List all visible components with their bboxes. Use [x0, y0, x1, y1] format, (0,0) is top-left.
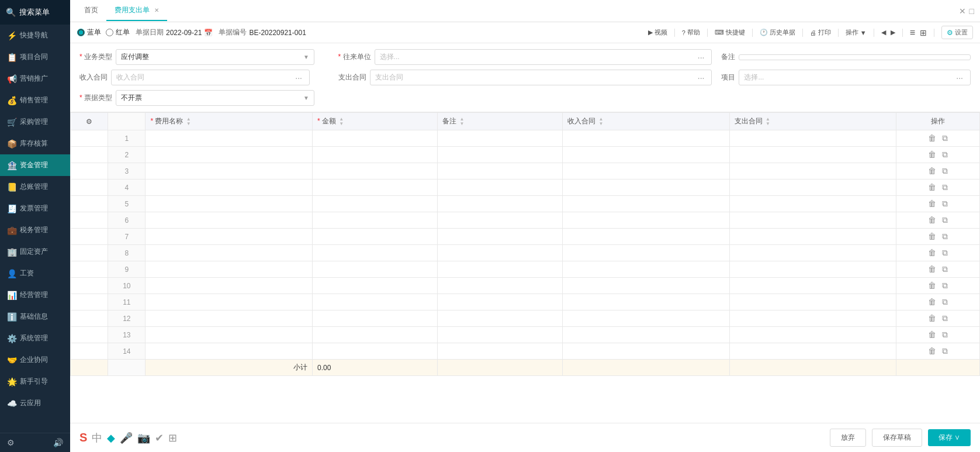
diamond-icon[interactable]: ◆	[107, 432, 115, 444]
note-cell[interactable]	[438, 294, 563, 310]
history-btn[interactable]: 🕐 历史单据	[760, 28, 795, 37]
note-cell[interactable]	[438, 310, 563, 327]
expense-contract-cell[interactable]	[729, 147, 896, 163]
note-cell[interactable]	[438, 212, 563, 229]
expense-contract-cell[interactable]	[729, 196, 896, 212]
amount-cell[interactable]	[312, 196, 437, 212]
amount-cell[interactable]	[312, 180, 437, 196]
sidebar-item-capital[interactable]: 🏦 资金管理	[0, 154, 70, 176]
col-name-header[interactable]: * 费用名称 ▲▼	[146, 113, 313, 130]
expense-name-cell[interactable]	[146, 327, 313, 343]
grid-icon[interactable]: ⊞	[168, 432, 177, 444]
invoice-type-select[interactable]: 不开票 ▼	[116, 90, 314, 106]
sidebar-item-cloud[interactable]: ☁️ 云应用	[0, 392, 70, 414]
amount-cell[interactable]	[312, 343, 437, 360]
expense-contract-cell[interactable]	[729, 245, 896, 261]
amount-cell[interactable]	[312, 229, 437, 245]
copy-row-btn[interactable]: ⧉	[940, 182, 950, 192]
income-contract-cell[interactable]	[563, 130, 730, 147]
sidebar-item-inventory[interactable]: 📦 库存核算	[0, 133, 70, 154]
delete-row-btn[interactable]: 🗑	[926, 264, 938, 274]
nav-next-btn[interactable]: ▶	[891, 29, 895, 36]
microphone-icon[interactable]: 🎤	[120, 432, 133, 444]
sidebar-item-invoice[interactable]: 🧾 发票管理	[0, 198, 70, 219]
amount-cell[interactable]	[312, 163, 437, 180]
delete-row-btn[interactable]: 🗑	[926, 232, 938, 241]
copy-row-btn[interactable]: ⧉	[940, 166, 950, 176]
expense-name-cell[interactable]	[146, 212, 313, 229]
expense-contract-cell[interactable]	[729, 343, 896, 360]
income-contract-cell[interactable]	[563, 212, 730, 229]
expense-name-cell[interactable]	[146, 196, 313, 212]
sidebar-item-guide[interactable]: 🌟 新手引导	[0, 371, 70, 392]
sidebar-item-tax[interactable]: 💼 税务管理	[0, 219, 70, 241]
note-cell[interactable]	[438, 278, 563, 294]
radio-red-input[interactable]	[106, 29, 113, 36]
income-contract-cell[interactable]	[563, 278, 730, 294]
delete-row-btn[interactable]: 🗑	[926, 133, 938, 143]
expense-contract-cell[interactable]	[729, 261, 896, 278]
expense-name-cell[interactable]	[146, 310, 313, 327]
sidebar-item-basic-info[interactable]: ℹ️ 基础信息	[0, 306, 70, 327]
sidebar-item-sys[interactable]: ⚙️ 系统管理	[0, 327, 70, 349]
amount-cell[interactable]	[312, 294, 437, 310]
income-contract-cell[interactable]	[563, 261, 730, 278]
note-cell[interactable]	[438, 245, 563, 261]
sidebar-item-fixed-assets[interactable]: 🏢 固定资产	[0, 241, 70, 263]
checkmark-icon[interactable]: ✔	[155, 432, 164, 444]
expense-name-cell[interactable]	[146, 163, 313, 180]
expense-contract-cell[interactable]	[729, 212, 896, 229]
video-btn[interactable]: ▶ 视频	[648, 28, 667, 37]
copy-row-btn[interactable]: ⧉	[940, 346, 950, 356]
amount-cell[interactable]	[312, 278, 437, 294]
copy-row-btn[interactable]: ⧉	[940, 281, 950, 291]
col-note-header[interactable]: 备注 ▲▼	[438, 113, 563, 130]
delete-row-btn[interactable]: 🗑	[926, 182, 938, 192]
delete-row-btn[interactable]: 🗑	[926, 346, 938, 356]
col-amount-header[interactable]: * 金额 ▲▼	[312, 113, 437, 130]
expense-name-cell[interactable]	[146, 294, 313, 310]
window-close-btn[interactable]: ✕	[959, 6, 966, 16]
sidebar-item-ops[interactable]: 📊 经营管理	[0, 284, 70, 306]
income-contract-cell[interactable]	[563, 245, 730, 261]
income-contract-input[interactable]: 收入合同 ···	[111, 70, 310, 85]
income-contract-more-icon[interactable]: ···	[293, 73, 304, 82]
partner-input[interactable]: 选择... ···	[375, 49, 712, 65]
nav-prev-btn[interactable]: ◀	[881, 29, 886, 36]
expense-name-cell[interactable]	[146, 147, 313, 163]
expense-name-cell[interactable]	[146, 343, 313, 360]
copy-row-btn[interactable]: ⧉	[940, 313, 950, 323]
delete-row-btn[interactable]: 🗑	[926, 248, 938, 257]
copy-row-btn[interactable]: ⧉	[940, 297, 950, 307]
project-more-icon[interactable]: ···	[954, 73, 965, 82]
copy-row-btn[interactable]: ⧉	[940, 330, 950, 340]
settings-icon[interactable]: ⚙	[7, 438, 15, 447]
expense-contract-cell[interactable]	[729, 294, 896, 310]
copy-row-btn[interactable]: ⧉	[940, 215, 950, 225]
save-draft-button[interactable]: 保存草稿	[872, 429, 922, 447]
amount-cell[interactable]	[312, 310, 437, 327]
tab-home[interactable]: 首页	[76, 1, 106, 21]
copy-row-btn[interactable]: ⧉	[940, 264, 950, 274]
amount-cell[interactable]	[312, 147, 437, 163]
col-expense-header[interactable]: 支出合同 ▲▼	[729, 113, 896, 130]
note-cell[interactable]	[438, 343, 563, 360]
note-cell[interactable]	[438, 196, 563, 212]
expense-contract-more-icon[interactable]: ···	[695, 73, 707, 82]
expense-contract-cell[interactable]	[729, 229, 896, 245]
tab-close-icon[interactable]: ✕	[154, 7, 159, 13]
view-list-btn[interactable]: ≡	[910, 27, 915, 38]
amount-cell[interactable]	[312, 212, 437, 229]
copy-row-btn[interactable]: ⧉	[940, 232, 950, 241]
delete-row-btn[interactable]: 🗑	[926, 297, 938, 306]
sidebar-item-quick-nav[interactable]: ⚡ 快捷导航	[0, 25, 70, 46]
copy-row-btn[interactable]: ⧉	[940, 133, 950, 143]
sidebar-header[interactable]: 🔍 搜索菜单	[0, 0, 70, 25]
sidebar-item-corp[interactable]: 🤝 企业协同	[0, 349, 70, 371]
radio-red-label[interactable]: 红单	[106, 27, 130, 37]
expense-name-cell[interactable]	[146, 130, 313, 147]
save-button[interactable]: 保存 ∨	[928, 429, 971, 446]
radio-blue-input[interactable]	[77, 29, 85, 36]
col-settings-header[interactable]: ⚙	[71, 113, 108, 130]
amount-cell[interactable]	[312, 261, 437, 278]
